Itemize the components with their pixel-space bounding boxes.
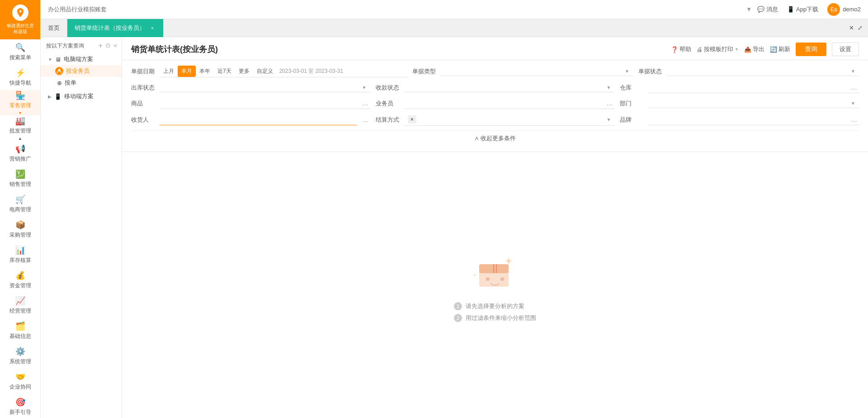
sidebar-item-label-retail: 零售管理 [9, 102, 31, 109]
warehouse-dots[interactable]: … [851, 84, 857, 91]
sidebar-item-label-basic: 基础信息 [9, 332, 31, 340]
date-btn-7days[interactable]: 近7天 [214, 66, 235, 77]
finance-icon: 💰 [15, 271, 25, 280]
print-icon: 🖨 [697, 46, 703, 53]
sidebar-item-basic[interactable]: 🗂️ 基础信息 [0, 318, 41, 343]
refresh-label: 刷新 [778, 45, 790, 53]
tree-node-mobile[interactable]: ▶ 📱 移动端方案 [41, 90, 122, 102]
filter-row-1: 单据日期 上月 本月 本年 近7天 更多 自定义 2023-03-01 至 20… [131, 66, 859, 77]
outstatus-label: 出库状态 [131, 84, 156, 92]
tree-child-doc[interactable]: ⊕ 按单 [41, 77, 122, 89]
salesperson-icon [55, 67, 63, 75]
docstatus-select[interactable]: ▼ [667, 67, 859, 76]
sidebar-item-marketing[interactable]: 📢 营销推广 [0, 141, 41, 166]
collapse-bar[interactable]: ∧ 收起更多条件 [131, 130, 859, 146]
tree-child-doc-label: 按单 [65, 79, 76, 87]
marketing-icon: 📢 [15, 144, 25, 154]
retail-arrow: ▼ [18, 111, 22, 115]
department-select[interactable]: ▼ [648, 99, 859, 108]
message-label: 消息 [766, 5, 778, 14]
tip-text-2: 用过滤条件来缩小分析范围 [466, 314, 536, 322]
topbar-dropdown-arrow[interactable]: ▼ [746, 6, 752, 13]
sidebar-item-system[interactable]: ⚙️ 系统管理 [0, 343, 41, 369]
date-btn-thisyear[interactable]: 本年 [196, 66, 214, 77]
sidebar-item-label-quicknav: 快捷导航 [9, 79, 31, 87]
filter-product: 商品 … [131, 98, 370, 109]
tab-home[interactable]: 首页 [41, 19, 67, 37]
filter-row-3: 商品 … 业务员 … 部门 [131, 98, 859, 109]
left-panel-actions: + ⊙ « [99, 42, 117, 50]
sidebar-item-retail[interactable]: 🏪 零售管理 ▼ [0, 90, 41, 115]
right-content: 销货单统计表(按业务员) ❓ 帮助 🖨 按模板打印 ▼ 📤 导出 [122, 37, 868, 418]
sidebar-item-label-inventory: 库存核算 [9, 256, 31, 264]
doctype-label: 单据类型 [412, 67, 437, 76]
system-icon: ⚙️ [15, 347, 25, 356]
sidebar-item-guide[interactable]: 🎯 新手引导 [0, 394, 41, 418]
salesperson-dots[interactable]: … [606, 100, 613, 107]
tree-node-pc[interactable]: ▼ 🖥 电脑端方案 [41, 53, 122, 65]
paymentstatus-select[interactable]: ▼ [404, 83, 615, 92]
query-button[interactable]: 查询 [796, 43, 826, 56]
sidebar-item-inventory[interactable]: 📊 库存核算 [0, 242, 41, 267]
receiver-input[interactable] [160, 114, 357, 125]
tab-maximize-icon[interactable]: ⤢ [858, 24, 863, 31]
help-btn[interactable]: ❓ 帮助 [671, 45, 691, 53]
date-btn-thismonth[interactable]: 本月 [178, 66, 196, 77]
sidebar-item-ecommerce[interactable]: 🛒 电商管理 [0, 191, 41, 217]
settings-button[interactable]: 设置 [832, 43, 859, 56]
retail-icon: 🏪 [15, 90, 25, 100]
top-bar-title: 办公用品行业模拟账套 [48, 5, 741, 14]
sidebar-item-label-search: 搜索菜单 [9, 54, 31, 62]
app-download-btn[interactable]: 📱 App下载 [787, 5, 818, 14]
sidebar-item-enterprise[interactable]: 🤝 企业协同 [0, 369, 41, 394]
tree-arrow-mobile: ▶ [48, 94, 52, 99]
sidebar-item-purchase[interactable]: 📦 采购管理 [0, 217, 41, 242]
sidebar-item-finance[interactable]: 💰 资金管理 [0, 267, 41, 293]
date-btn-more[interactable]: 更多 [235, 66, 253, 77]
warehouse-label: 仓库 [620, 84, 645, 92]
tip-num-1: 1 [454, 302, 462, 310]
tree-node-pc-label: 电脑端方案 [64, 55, 93, 63]
settlement-tag-close[interactable]: × [410, 116, 414, 123]
date-btn-custom[interactable]: 自定义 [253, 66, 277, 77]
sidebar-item-search[interactable]: 🔍 搜索菜单 [0, 39, 41, 65]
tree-child-salesperson[interactable]: 按业务员 [41, 65, 122, 77]
content-title: 销货单统计表(按业务员) [131, 44, 671, 55]
print-btn[interactable]: 🖨 按模板打印 ▼ [697, 45, 739, 53]
avatar-text: Ea [830, 6, 837, 13]
sidebar-item-wholesale[interactable]: 🏭 批发管理 ▲ [0, 115, 41, 141]
filter-outstatus: 出库状态 ▼ [131, 83, 370, 92]
app-download-label: App下载 [796, 5, 818, 14]
operation-icon: 📈 [15, 296, 25, 306]
collapse-panel-btn[interactable]: « [113, 42, 117, 50]
sidebar-item-label-ecommerce: 电商管理 [9, 206, 31, 214]
tip-num-2: 2 [454, 314, 462, 322]
tab-active[interactable]: 销货单统计表（按业务员） × [67, 19, 164, 37]
help-label: 帮助 [679, 45, 691, 53]
doctype-select[interactable]: ▼ [441, 67, 633, 76]
product-dots[interactable]: … [362, 100, 368, 107]
tab-close-window-icon[interactable]: ✕ [849, 24, 854, 31]
message-icon: 💬 [757, 6, 764, 13]
docstatus-label: 单据状态 [638, 67, 663, 76]
filter-docstatus: 单据状态 ▼ [638, 67, 859, 76]
user-section[interactable]: Ea demo2 [827, 3, 861, 16]
sidebar-item-quicknav[interactable]: ⚡ 快捷导航 [0, 65, 41, 90]
sidebar-item-operation[interactable]: 📈 经营管理 [0, 293, 41, 318]
brand-dots[interactable]: … [851, 116, 857, 123]
refresh-btn[interactable]: 🔄 刷新 [770, 45, 790, 53]
wholesale-arrow: ▲ [18, 136, 22, 141]
quicknav-icon: ⚡ [15, 68, 25, 78]
content-header: 销货单统计表(按业务员) ❓ 帮助 🖨 按模板打印 ▼ 📤 导出 [122, 37, 868, 60]
tab-close-btn[interactable]: × [149, 24, 156, 32]
edit-scheme-btn[interactable]: ⊙ [105, 42, 111, 50]
outstatus-select[interactable]: ▼ [160, 83, 370, 92]
message-btn[interactable]: 💬 消息 [757, 5, 778, 14]
date-btn-lastmonth[interactable]: 上月 [160, 66, 178, 77]
add-scheme-btn[interactable]: + [99, 42, 103, 50]
receiver-dots[interactable]: … [362, 116, 368, 124]
sidebar-item-sales[interactable]: 💹 销售管理 [0, 166, 41, 191]
topbar-right: 💬 消息 📱 App下载 Ea demo2 [757, 3, 861, 16]
settlement-select[interactable]: × ▼ [404, 114, 615, 126]
export-btn[interactable]: 📤 导出 [744, 45, 764, 53]
